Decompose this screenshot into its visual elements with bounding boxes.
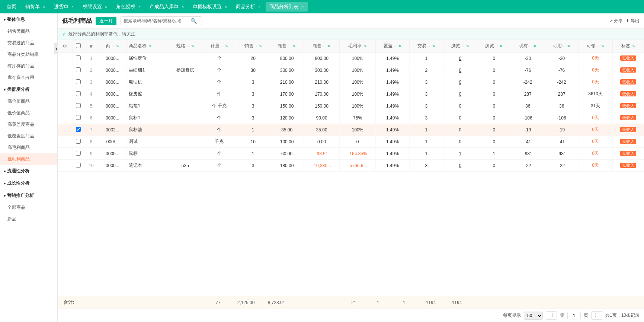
col-current-stock[interactable]: 现有... ⇅ [511, 40, 545, 52]
nav-item-product-entry[interactable]: 产成品入库单 × [146, 2, 188, 12]
col-sales-amount[interactable]: 销售... ⇅ [304, 40, 340, 52]
cell-checkbox[interactable] [73, 136, 84, 148]
col-checkbox[interactable] [73, 40, 84, 52]
cell-sales-amount: 35.00 [304, 124, 340, 136]
cell-view1[interactable]: 0 [443, 136, 477, 148]
sidebar-item-high-value[interactable]: 高价值商品 [0, 96, 57, 107]
sidebar-item-capital[interactable]: 库存资金占用 [0, 72, 57, 83]
sidebar-item-in-stock[interactable]: 有库存的商品 [0, 60, 57, 72]
next-page-button[interactable]: 〉 [591, 311, 602, 320]
close-icon[interactable]: × [182, 4, 184, 9]
nav-item-product-analysis[interactable]: 商品分析 × [232, 2, 264, 12]
col-trade-count[interactable]: 交易... ⇅ [409, 40, 443, 52]
header-actions: ↗ 分享 ⬆ 导出 [609, 18, 640, 24]
page-number-input[interactable] [567, 312, 581, 319]
nav-item-home[interactable]: 首页 [3, 2, 20, 12]
search-icon[interactable]: 🔍 [190, 18, 197, 24]
select-all-checkbox[interactable] [76, 43, 81, 48]
col-sales-qty[interactable]: 销售... ⇅ [236, 40, 270, 52]
cell-view1[interactable]: 0 [443, 100, 477, 112]
sidebar-collapse-btn[interactable]: « [54, 43, 58, 54]
cell-view1[interactable]: 0 [443, 112, 477, 124]
search-input[interactable] [124, 18, 190, 23]
sidebar-section-flow[interactable]: ▸ 流通性分析 [0, 165, 57, 177]
nav-item-analysis-list[interactable]: 商品分析列表 × [266, 2, 307, 12]
cell-view1[interactable]: 0 [443, 64, 477, 76]
cell-checkbox[interactable] [73, 160, 84, 172]
cell-view1[interactable]: 0 [443, 88, 477, 100]
close-icon[interactable]: × [71, 4, 74, 9]
row-checkbox[interactable] [76, 67, 81, 72]
cell-checkbox[interactable] [73, 52, 84, 64]
row-checkbox[interactable] [76, 103, 81, 108]
cell-current-stock: 287 [511, 88, 545, 100]
sidebar-item-all-products[interactable]: 全部商品 [0, 202, 57, 213]
page-size-select[interactable]: 50 100 200 [524, 312, 543, 320]
cell-view1[interactable]: 0 [443, 76, 477, 88]
prev-page-button[interactable]: 〈 [546, 311, 557, 320]
cell-view1[interactable]: 1 [443, 148, 477, 160]
cell-checkbox[interactable] [73, 148, 84, 160]
cell-checkbox[interactable] [73, 112, 84, 124]
col-saleable[interactable]: 可销... ⇅ [579, 40, 612, 52]
cell-checkbox[interactable] [73, 88, 84, 100]
nav-item-role-auth[interactable]: 角色授权 × [112, 2, 144, 12]
col-tag[interactable]: 标签 ⇅ [612, 40, 644, 52]
nav-item-permissions[interactable]: 权限设置 × [79, 2, 111, 12]
sidebar-item-low-value[interactable]: 低价值商品 [0, 107, 57, 119]
export-icon: ⬆ [626, 18, 629, 23]
col-no[interactable]: # [84, 40, 99, 52]
col-view2[interactable]: 浏览... ⇅ [477, 40, 511, 52]
share-button[interactable]: ↗ 分享 [609, 18, 623, 24]
row-checkbox[interactable] [76, 55, 81, 60]
nav-item-purchase[interactable]: 进货单 × [50, 2, 77, 12]
col-name[interactable]: 商品名称 ⇅ [126, 40, 168, 52]
col-available[interactable]: 可用... ⇅ [545, 40, 579, 52]
row-checkbox[interactable] [76, 163, 81, 168]
row-checkbox[interactable] [76, 151, 81, 156]
row-checkbox[interactable] [76, 79, 81, 84]
date-filter-button[interactable]: 近一月 [96, 17, 116, 25]
sidebar-section-growth[interactable]: ▸ 成长性分析 [0, 177, 57, 189]
row-checkbox[interactable] [76, 139, 81, 144]
row-checkbox[interactable] [76, 115, 81, 120]
export-button[interactable]: ⬆ 导出 [626, 18, 640, 24]
col-cover-rate[interactable]: 覆盖... ⇅ [376, 40, 410, 52]
close-icon[interactable]: × [105, 4, 107, 9]
sidebar-item-low-margin[interactable]: 低毛利商品 [0, 153, 57, 165]
cell-view1[interactable]: 0 [443, 160, 477, 172]
cell-checkbox[interactable] [73, 76, 84, 88]
close-icon[interactable]: × [258, 4, 260, 9]
col-spec[interactable]: 规格... ⇅ [168, 40, 202, 52]
sidebar-section-cluster[interactable]: ▾ 类群度分析 [0, 83, 57, 96]
cell-view2: 0 [477, 88, 511, 100]
close-icon[interactable]: × [138, 4, 141, 9]
sidebar-item-new-products[interactable]: 新品 [0, 213, 57, 225]
close-icon[interactable]: × [43, 4, 45, 9]
col-view1[interactable]: 浏览... ⇅ [443, 40, 477, 52]
sidebar-section-overall[interactable]: ▾ 整体信息 [0, 13, 57, 26]
col-sales-price[interactable]: 销售... ⇅ [270, 40, 304, 52]
sidebar-item-traded-products[interactable]: 交易过的商品 [0, 37, 57, 49]
sidebar-item-high-coverage[interactable]: 高覆盖度商品 [0, 119, 57, 130]
sidebar-item-category-rate[interactable]: 商品分类助销率 [0, 49, 57, 60]
col-unit[interactable]: 计量... ⇅ [202, 40, 236, 52]
col-code[interactable]: 商... ⇅ [99, 40, 126, 52]
row-checkbox[interactable] [76, 91, 81, 96]
col-gross-rate[interactable]: 毛利率 ⇅ [340, 40, 376, 52]
nav-item-template[interactable]: 单据模板设置 × [189, 2, 231, 12]
row-checkbox[interactable] [76, 127, 81, 132]
close-icon[interactable]: × [225, 4, 227, 9]
col-settings[interactable]: ⚙ [58, 40, 73, 52]
cell-checkbox[interactable] [73, 64, 84, 76]
cell-checkbox[interactable] [73, 124, 84, 136]
close-icon[interactable]: × [301, 4, 304, 9]
sidebar-item-low-coverage[interactable]: 低覆盖度商品 [0, 130, 57, 142]
sidebar-item-sales-products[interactable]: 销售类商品 [0, 26, 57, 37]
sidebar-item-high-margin[interactable]: 高毛利商品 [0, 142, 57, 153]
sidebar-section-marketing[interactable]: ▾ 营销推广分析 [0, 189, 57, 202]
cell-view1[interactable]: 0 [443, 52, 477, 64]
nav-item-sales[interactable]: 销货单 × [22, 2, 49, 12]
cell-view1[interactable]: 0 [443, 124, 477, 136]
cell-checkbox[interactable] [73, 100, 84, 112]
